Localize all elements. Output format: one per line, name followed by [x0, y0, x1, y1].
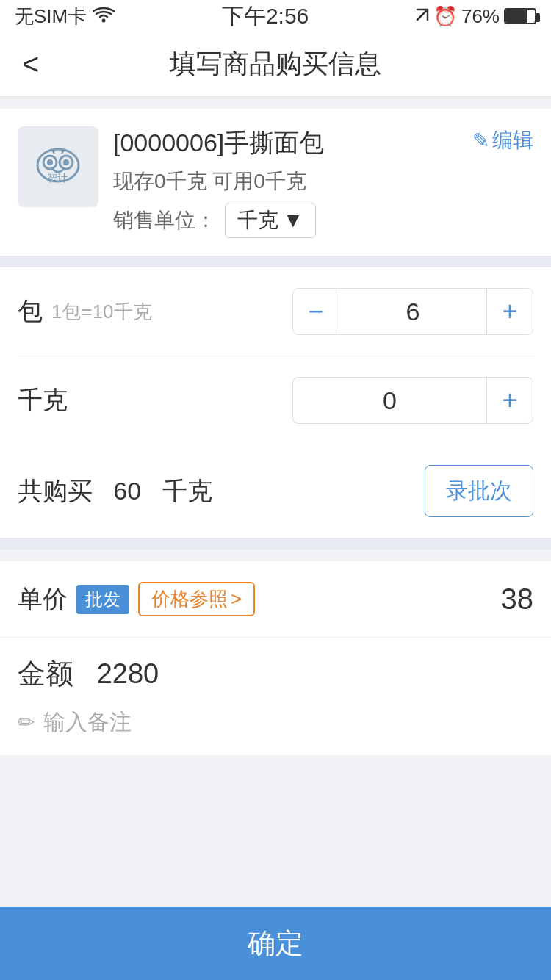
total-section: 共购买 60 千克 录批次 [0, 444, 551, 538]
unit-dropdown[interactable]: 千克 ▼ [225, 203, 316, 238]
confirm-button[interactable]: 确定 [0, 907, 551, 980]
edit-icon: ✎ [472, 129, 489, 153]
svg-point-5 [63, 159, 69, 165]
amount-value: 2280 [97, 658, 159, 689]
package-controls: − + [292, 288, 533, 335]
status-time: 下午2:56 [222, 1, 309, 32]
status-left: 无SIM卡 [15, 4, 115, 29]
svg-point-0 [102, 18, 106, 22]
quantity-section: 包 1包=10千克 − + 千克 + [0, 267, 551, 444]
kg-controls: + [292, 377, 533, 424]
alarm-icon: ⏰ [433, 5, 457, 28]
section-divider-2 [0, 538, 551, 550]
notes-placeholder: 输入备注 [43, 707, 132, 738]
amount-row: 金额 2280 [18, 655, 533, 693]
svg-text:智计: 智计 [47, 172, 68, 184]
carrier-text: 无SIM卡 [15, 4, 87, 29]
product-image: 智计 [18, 126, 98, 207]
total-amount: 60 [113, 477, 141, 505]
package-minus-button[interactable]: − [292, 288, 339, 335]
package-hint: 1包=10千克 [51, 299, 152, 325]
svg-point-4 [47, 159, 53, 165]
product-logo: 智计 [32, 143, 84, 191]
kg-label: 千克 [18, 383, 68, 417]
kg-quantity-row: 千克 + [18, 356, 533, 444]
product-stock: 现存0千克 可用0千克 [113, 167, 533, 195]
package-plus-button[interactable]: + [486, 288, 533, 335]
status-right: ⏰ 76% [416, 5, 536, 28]
dropdown-arrow-icon: ▼ [283, 209, 303, 232]
price-label: 单价 [18, 583, 68, 616]
price-section: 单价 批发 价格参照 > 38 [0, 561, 551, 638]
kg-plus-button[interactable]: + [486, 377, 533, 424]
location-icon [416, 5, 429, 28]
price-left: 单价 批发 价格参照 > [18, 582, 255, 616]
section-divider-1 [0, 256, 551, 267]
package-label-group: 包 1包=10千克 [18, 295, 152, 328]
price-tag-wholesale: 批发 [76, 585, 129, 614]
amount-section: 金额 2280 ✏ 输入备注 [0, 638, 551, 755]
price-ref-arrow-icon: > [231, 588, 242, 610]
edit-button[interactable]: ✎ 编辑 [472, 126, 533, 154]
record-batch-button[interactable]: 录批次 [425, 465, 533, 517]
product-unit-row: 销售单位： 千克 ▼ [113, 203, 533, 238]
page-title: 填写商品购买信息 [170, 46, 381, 82]
price-value: 38 [501, 583, 534, 616]
product-name: [0000006]手撕面包 [113, 126, 324, 160]
package-quantity-input[interactable] [339, 288, 486, 335]
notes-row[interactable]: ✏ 输入备注 [18, 707, 533, 738]
nav-bar: < 填写商品购买信息 [0, 32, 551, 97]
status-bar: 无SIM卡 下午2:56 ⏰ 76% [0, 0, 551, 32]
package-quantity-row: 包 1包=10千克 − + [18, 267, 533, 356]
wifi-icon [93, 5, 115, 28]
total-text: 共购买 60 千克 [18, 475, 212, 508]
kg-quantity-input[interactable] [292, 377, 486, 424]
back-button[interactable]: < [15, 40, 46, 88]
product-card: 智计 [0000006]手撕面包 ✎ 编辑 现存0千克 可用0千克 销售单位： … [0, 109, 551, 256]
package-label: 包 [18, 295, 43, 328]
pencil-icon: ✏ [18, 710, 35, 735]
battery-icon [504, 8, 536, 24]
price-reference-button[interactable]: 价格参照 > [138, 582, 255, 616]
battery-percent: 76% [461, 5, 500, 28]
product-info: [0000006]手撕面包 ✎ 编辑 现存0千克 可用0千克 销售单位： 千克 … [113, 126, 533, 238]
